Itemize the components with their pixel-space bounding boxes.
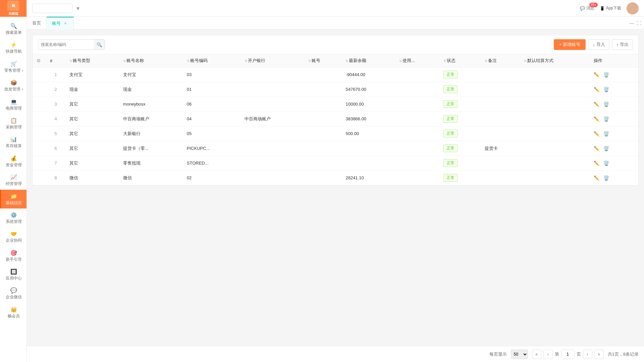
- col-account[interactable]: ⇅账号: [304, 54, 342, 67]
- row-balance: 383866.00: [341, 112, 395, 126]
- edit-button[interactable]: ✏️: [594, 175, 599, 181]
- edit-button[interactable]: ✏️: [594, 72, 599, 77]
- row-type: 微信: [65, 171, 119, 185]
- row-default-settlement: [520, 141, 590, 156]
- toolbar: 🔍 + 新增账号 ↓ 导入 ↑ 导出: [33, 35, 638, 54]
- row-bank: [240, 126, 304, 141]
- row-settings: [33, 126, 46, 141]
- row-account: [304, 97, 342, 112]
- row-code: 03: [183, 67, 240, 82]
- search-input[interactable]: [38, 42, 94, 47]
- message-button[interactable]: 💬 消息 99+: [580, 5, 594, 11]
- top-search-input[interactable]: [32, 4, 72, 13]
- row-name: 提货卡（零...: [119, 141, 183, 156]
- edit-button[interactable]: ✏️: [594, 87, 599, 92]
- sidebar-item-corp-wechat[interactable]: 💬 企业微信: [0, 284, 26, 303]
- tab-home[interactable]: 首页: [27, 17, 47, 29]
- user-avatar[interactable]: [627, 2, 639, 14]
- table-row: 7 其它 零售抵现 STORED... 正常 ✏️ 🗑️: [33, 156, 638, 171]
- export-button[interactable]: ↑ 导出: [612, 39, 633, 50]
- export-icon: ↑: [616, 42, 619, 47]
- tab-expand-icon[interactable]: ⛶: [637, 20, 641, 26]
- row-type: 其它: [65, 141, 119, 156]
- tab-minimize-icon[interactable]: —: [629, 20, 634, 26]
- sidebar-item-vip-member[interactable]: 👑 畅会员: [0, 303, 26, 322]
- row-balance: [341, 141, 395, 156]
- sidebar-item-retail-mgmt[interactable]: 🛒 零售管理 ›: [0, 57, 26, 76]
- sidebar-item-ops-mgmt[interactable]: 📈 经营管理: [0, 171, 26, 189]
- col-balance[interactable]: ⇅最新余额: [341, 54, 395, 67]
- col-bank[interactable]: ⇅开户银行: [240, 54, 304, 67]
- add-account-button[interactable]: + 新增账号: [554, 39, 586, 50]
- edit-button[interactable]: ✏️: [594, 102, 599, 107]
- row-usage: [395, 171, 439, 185]
- sidebar-item-purchase-mgmt[interactable]: 📋 采购管理: [0, 114, 26, 133]
- delete-button[interactable]: 🗑️: [603, 87, 609, 92]
- status-badge: 正常: [443, 144, 458, 152]
- delete-button[interactable]: 🗑️: [603, 116, 609, 122]
- message-icon: 💬: [580, 6, 585, 11]
- row-account: [304, 156, 342, 171]
- sidebar-item-new-guide[interactable]: 🎯 新手引导: [0, 246, 26, 265]
- col-type[interactable]: ⇅账号类型: [65, 54, 119, 67]
- settings-gear-icon[interactable]: ⚙: [37, 58, 41, 63]
- delete-button[interactable]: 🗑️: [603, 146, 609, 151]
- row-balance: 547670.00: [341, 82, 395, 97]
- dropdown-icon[interactable]: ▾: [76, 5, 79, 12]
- sidebar-item-fund-mgmt[interactable]: 💰 资金管理: [0, 152, 26, 171]
- col-status[interactable]: ⇅状态: [439, 54, 481, 67]
- sidebar-item-ecommerce-mgmt[interactable]: 💻 电商管理: [0, 95, 26, 114]
- tab-account-close[interactable]: ×: [63, 21, 68, 26]
- edit-button[interactable]: ✏️: [594, 161, 599, 166]
- edit-button[interactable]: ✏️: [594, 146, 599, 151]
- row-name: 中百商场账户: [119, 112, 183, 126]
- app-download-button[interactable]: 📱 App下载: [600, 5, 621, 11]
- sidebar-item-basic-info[interactable]: 📁 基础信息: [0, 190, 26, 208]
- edit-button[interactable]: ✏️: [594, 131, 599, 136]
- col-remark[interactable]: ⇅备注: [481, 54, 520, 67]
- search-button[interactable]: 🔍: [94, 39, 105, 50]
- page-size-select[interactable]: 50 20 100: [511, 350, 528, 359]
- total-records-label: 共1页，8条记录: [608, 351, 639, 357]
- row-account: [304, 171, 342, 185]
- row-type: 其它: [65, 156, 119, 171]
- sidebar-item-quick-nav[interactable]: ⚡ 快捷导航: [0, 38, 26, 57]
- col-default-settlement[interactable]: ⇅默认结算方式: [520, 54, 590, 67]
- tab-account[interactable]: 账号 ×: [47, 17, 74, 29]
- row-actions: ✏️ 🗑️: [590, 171, 638, 185]
- row-settings: [33, 171, 46, 185]
- sidebar: 畅 乐账版 🔍 搜索菜单 ⚡ 快捷导航 🛒 零售管理 › 📦 批发管理 › 💻 …: [0, 0, 27, 362]
- prev-page-button[interactable]: ‹: [543, 350, 553, 359]
- sidebar-item-sys-mgmt[interactable]: ⚙️ 系统管理: [0, 208, 26, 227]
- delete-button[interactable]: 🗑️: [603, 102, 609, 107]
- sidebar-item-search-menu[interactable]: 🔍 搜索菜单: [0, 19, 26, 38]
- last-page-button[interactable]: »: [594, 350, 604, 359]
- sidebar-item-app-center[interactable]: 🔲 应用中心: [0, 265, 26, 284]
- col-usage[interactable]: ⇅使用...: [395, 54, 439, 67]
- delete-button[interactable]: 🗑️: [603, 131, 609, 136]
- sidebar-icon-corp-wechat: 💬: [10, 287, 17, 294]
- search-box: 🔍: [38, 39, 105, 50]
- sidebar-icon-ecommerce-mgmt: 💻: [10, 99, 17, 105]
- edit-button[interactable]: ✏️: [594, 116, 599, 122]
- col-code[interactable]: ⇅账号编码: [183, 54, 240, 67]
- row-settings: [33, 97, 46, 112]
- logo-icon: 畅: [7, 1, 19, 11]
- sidebar-item-corp-agreement[interactable]: 🤝 企业协同: [0, 227, 26, 246]
- page-label: 第: [555, 351, 559, 357]
- page-number-input[interactable]: [561, 350, 575, 359]
- row-bank: [240, 97, 304, 112]
- sidebar-item-inventory-check[interactable]: 📊 库存核算: [0, 133, 26, 152]
- next-page-button[interactable]: ›: [583, 350, 592, 359]
- sidebar-item-wholesale-mgmt[interactable]: 📦 批发管理 ›: [0, 76, 26, 95]
- row-name: 微信: [119, 171, 183, 185]
- delete-button[interactable]: 🗑️: [603, 175, 609, 181]
- import-button[interactable]: ↓ 导入: [588, 39, 609, 50]
- col-name[interactable]: ⇅账号名称: [119, 54, 183, 67]
- delete-button[interactable]: 🗑️: [603, 161, 609, 166]
- row-remark: [481, 112, 520, 126]
- delete-button[interactable]: 🗑️: [603, 72, 609, 77]
- tab-bar: 首页 账号 × — ⛶: [27, 17, 644, 29]
- row-remark: [481, 97, 520, 112]
- first-page-button[interactable]: «: [532, 350, 541, 359]
